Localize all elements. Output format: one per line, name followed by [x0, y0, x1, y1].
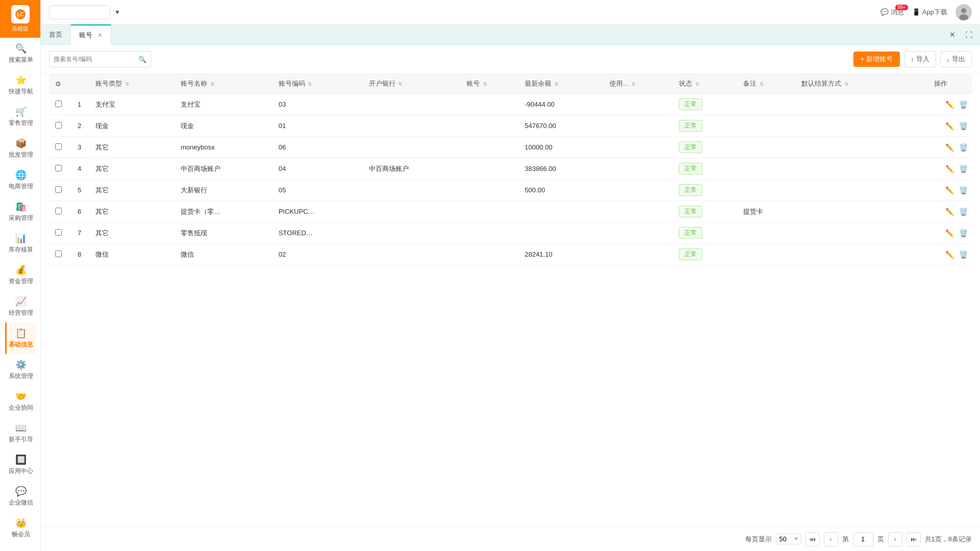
edit-icon[interactable]: ✏️	[945, 251, 954, 259]
cell-operation: ✏️ 🗑️	[910, 115, 972, 137]
user-avatar[interactable]	[955, 4, 972, 20]
sidebar-item-ecommerce-mgmt[interactable]: 🌐电商管理	[5, 164, 35, 196]
cell-latest-balance: 28241.10	[521, 244, 606, 265]
col-account-type[interactable]: 账号类型 ⇅	[91, 74, 177, 94]
add-account-button[interactable]: + 新增账号	[853, 52, 900, 67]
message-button[interactable]: 💬 消息 99+	[880, 8, 904, 17]
tabbar: 首页账号✕ ✕ ⛶	[41, 24, 980, 45]
cell-operation: ✏️ 🗑️	[910, 201, 972, 222]
edit-icon[interactable]: ✏️	[945, 229, 954, 237]
col-usage[interactable]: 使用... ⇅	[605, 74, 675, 94]
cell-account-type: 支付宝	[91, 94, 177, 115]
cell-usage	[605, 115, 675, 137]
chevron-down-icon: ▼	[114, 9, 120, 16]
tab-home[interactable]: 首页	[41, 24, 71, 45]
tab-account[interactable]: 账号✕	[71, 24, 111, 45]
col-opening-bank[interactable]: 开户银行 ⇅	[365, 74, 463, 94]
sidebar-label: 畅会员	[12, 530, 30, 539]
topbar-search-input[interactable]	[49, 5, 110, 19]
next-page-button[interactable]: ›	[888, 532, 902, 546]
app-center-icon: 🔲	[15, 454, 27, 465]
cell-checkbox[interactable]	[49, 137, 67, 158]
first-page-button[interactable]: ⏮	[805, 532, 820, 546]
col-remark[interactable]: 备注 ⇅	[739, 74, 797, 94]
close-tab-button[interactable]: ✕	[945, 28, 960, 42]
cell-no: 7	[67, 222, 91, 244]
sidebar-item-vip-member[interactable]: 👑畅会员	[5, 512, 35, 544]
app-download-button[interactable]: 📱 App下载	[912, 8, 947, 17]
edit-icon[interactable]: ✏️	[945, 101, 954, 109]
sidebar: LC 乐橙版 🔍搜索菜单⭐快捷导航🛒零售管理📦批发管理🌐电商管理🛍️采购管理📊库…	[0, 0, 41, 551]
sidebar-item-corp-wechat[interactable]: 💬企业微信	[5, 481, 35, 512]
sidebar-label: 企业协同	[9, 404, 33, 412]
cell-checkbox[interactable]	[49, 180, 67, 201]
fullscreen-button[interactable]: ⛶	[962, 28, 976, 42]
cell-checkbox[interactable]	[49, 94, 67, 115]
sidebar-item-sys-mgmt[interactable]: ⚙️系统管理	[5, 354, 35, 386]
message-badge: 99+	[895, 5, 908, 10]
delete-icon[interactable]: 🗑️	[959, 229, 968, 237]
prev-page-button[interactable]: ‹	[824, 532, 838, 546]
sidebar-label: 批发管理	[9, 151, 33, 159]
cell-usage	[605, 222, 675, 244]
cell-account-name: 中百商场账户	[177, 158, 275, 180]
topbar-dropdown[interactable]: ▼	[114, 9, 120, 16]
col-account-name[interactable]: 账号名称 ⇅	[177, 74, 275, 94]
cell-account-type: 其它	[91, 222, 177, 244]
delete-icon[interactable]: 🗑️	[959, 186, 968, 194]
edit-icon[interactable]: ✏️	[945, 208, 954, 216]
per-page-select[interactable]: 50 20 100	[776, 534, 801, 544]
cell-checkbox[interactable]	[49, 222, 67, 244]
col-latest-balance[interactable]: 最新余额 ⇅	[521, 74, 606, 94]
sidebar-item-retail-mgmt[interactable]: 🛒零售管理	[5, 101, 35, 133]
cell-checkbox[interactable]	[49, 115, 67, 137]
sidebar-item-ops-mgmt[interactable]: 📈经营管理	[5, 291, 35, 322]
vip-member-icon: 👑	[15, 517, 27, 529]
sidebar-item-quick-nav[interactable]: ⭐快捷导航	[5, 69, 35, 101]
cell-usage	[605, 94, 675, 115]
col-default-settlement[interactable]: 默认结算方式 ⇅	[797, 74, 910, 94]
last-page-button[interactable]: ⏭	[906, 532, 921, 546]
delete-icon[interactable]: 🗑️	[959, 143, 968, 152]
sidebar-label: 零售管理	[9, 119, 33, 128]
page-number-input[interactable]	[853, 532, 873, 546]
cell-default-settlement	[797, 244, 910, 265]
sidebar-label: 资金管理	[9, 277, 33, 286]
sidebar-label: 快捷导航	[9, 87, 33, 96]
col-status[interactable]: 状态 ⇅	[675, 74, 739, 94]
cell-account-code: 06	[275, 137, 365, 158]
cell-checkbox[interactable]	[49, 158, 67, 180]
delete-icon[interactable]: 🗑️	[959, 165, 968, 173]
sidebar-item-inventory-calc[interactable]: 📊库存核算	[5, 228, 35, 259]
sidebar-item-purchase-mgmt[interactable]: 🛍️采购管理	[5, 196, 35, 228]
main-area: ▼ 💬 消息 99+ 📱 App下载 首页账号✕ ✕ ⛶	[41, 0, 980, 551]
search-input[interactable]	[54, 56, 136, 63]
sidebar-item-capital-mgmt[interactable]: 💰资金管理	[5, 259, 35, 291]
cell-opening-bank	[365, 180, 463, 201]
edit-icon[interactable]: ✏️	[945, 165, 954, 173]
edit-icon[interactable]: ✏️	[945, 143, 954, 152]
col-account-no[interactable]: 账号 ⇅	[462, 74, 520, 94]
import-button[interactable]: ↑ 导入	[904, 51, 936, 67]
sidebar-item-basic-info[interactable]: 📋基础信息	[5, 322, 35, 354]
edit-icon[interactable]: ✏️	[945, 122, 954, 130]
delete-icon[interactable]: 🗑️	[959, 251, 968, 259]
new-guide-icon: 📖	[15, 422, 27, 434]
delete-icon[interactable]: 🗑️	[959, 101, 968, 109]
delete-icon[interactable]: 🗑️	[959, 122, 968, 130]
sidebar-item-new-guide[interactable]: 📖新手引导	[5, 417, 35, 449]
cell-checkbox[interactable]	[49, 201, 67, 222]
tab-close-account[interactable]: ✕	[97, 32, 103, 39]
sidebar-item-wholesale-mgmt[interactable]: 📦批发管理	[5, 133, 35, 164]
cell-remark	[739, 115, 797, 137]
sidebar-item-search-menu[interactable]: 🔍搜索菜单	[5, 38, 35, 69]
sidebar-item-app-center[interactable]: 🔲应用中心	[5, 449, 35, 481]
col-no	[67, 74, 91, 94]
export-button[interactable]: ↓ 导出	[940, 51, 972, 67]
sidebar-item-corp-agreement[interactable]: 🤝企业协同	[5, 386, 35, 417]
delete-icon[interactable]: 🗑️	[959, 208, 968, 216]
cell-checkbox[interactable]	[49, 244, 67, 265]
edit-icon[interactable]: ✏️	[945, 186, 954, 194]
cell-latest-balance: 10000.00	[521, 137, 606, 158]
col-account-code[interactable]: 账号编码 ⇅	[275, 74, 365, 94]
